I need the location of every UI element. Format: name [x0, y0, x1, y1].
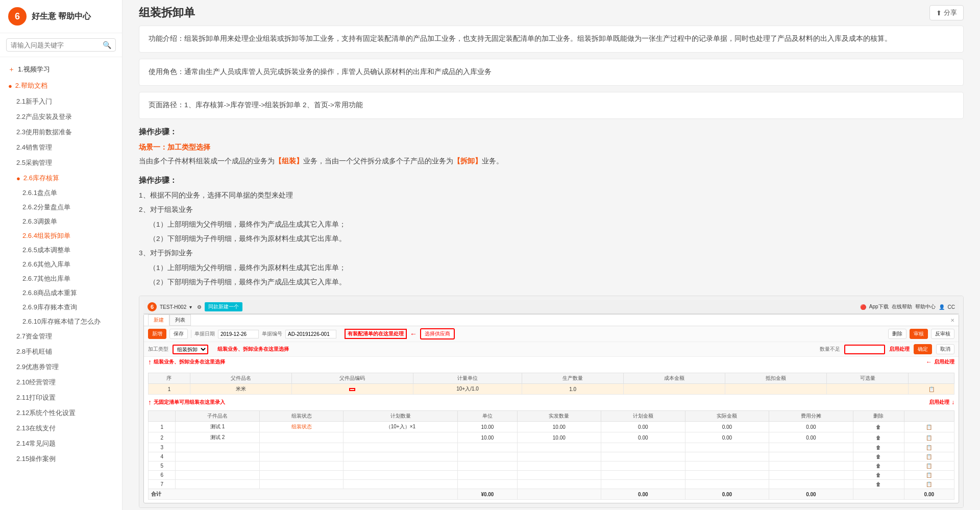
- ss-empty3b: [259, 443, 344, 452]
- ss-cell-avail: [827, 384, 909, 395]
- intro-block-2: 使用角色：通常由生产人员或库管人员完成拆装业务的操作，库管人员确认原材料的出库和…: [139, 59, 964, 86]
- sidebar-item-other-inbound[interactable]: 2.6.6其他入库单: [0, 257, 122, 272]
- ss-doc-date-label: 单据日期: [194, 330, 215, 337]
- ss-empty5h: [769, 462, 853, 471]
- sidebar-sub-label: 2.9优惠券管理: [16, 362, 59, 372]
- ss-tab-new[interactable]: 新建: [148, 314, 169, 326]
- plus-icon: ＋: [8, 65, 15, 74]
- sidebar-item-beginner[interactable]: 2.1新手入门: [0, 94, 122, 109]
- sidebar-item-help-docs[interactable]: ● 2.帮助文档: [0, 78, 122, 94]
- ss-empty4b: [259, 452, 344, 462]
- ss-btn-new[interactable]: 新增: [148, 329, 166, 339]
- ss-doc-no-input[interactable]: [285, 330, 336, 338]
- ss-btn-cancel[interactable]: 取消: [936, 344, 954, 354]
- sidebar-item-finance[interactable]: 2.7资金管理: [0, 329, 122, 344]
- ss-sub-cell-seq3: 3: [149, 443, 176, 452]
- ss-btn-confirm[interactable]: 确定: [914, 344, 932, 354]
- table-row: 7🗑📋: [149, 480, 954, 489]
- scene1-desc: 当由多个子件材料组装成一个成品的业务为【组装】业务，当由一个父件拆分成多个子产品…: [139, 155, 964, 167]
- search-box: 🔍: [6, 38, 116, 52]
- ss-empty6h: [769, 471, 853, 480]
- ss-total-qty: ¥0.00: [458, 489, 517, 500]
- ss-sub-cell-alloc2: 0.00: [769, 432, 853, 443]
- sidebar-item-data-prep[interactable]: 2.3使用前数据准备: [0, 125, 122, 140]
- step1: 1、根据不同的业务，选择不同单据的类型来处理: [139, 189, 964, 202]
- sidebar-item-cost-adjust[interactable]: 2.6.5成本调整单: [0, 243, 122, 257]
- ss-qty-input[interactable]: [844, 345, 885, 354]
- sidebar-item-inventory[interactable]: ● 2.6库存核算: [0, 171, 122, 186]
- nav-section-1: ＋ 1.视频学习: [0, 61, 122, 78]
- sidebar-sub-label: 2.3使用前数据准备: [16, 128, 72, 137]
- ss-cell-seq: 1: [149, 384, 190, 395]
- search-area: 🔍: [0, 33, 122, 57]
- sidebar-item-ledger-query[interactable]: 2.6.9库存账本查询: [0, 300, 122, 314]
- sidebar-item-coupon[interactable]: 2.9优惠券管理: [0, 359, 122, 375]
- ss-sub-cell-actual2: 10.00: [517, 432, 601, 443]
- ss-btn-review[interactable]: 审核: [910, 329, 928, 339]
- ss-btn-delete[interactable]: 删除: [888, 329, 906, 339]
- ss-sub-cell-actual-amt: 0.00: [685, 422, 769, 432]
- ss-new-doc-badge: 同款新建一个: [205, 302, 242, 311]
- sidebar-sub-label: 2.15操作案例: [16, 454, 56, 464]
- ss-empty5b: [259, 462, 344, 471]
- sidebar-item-faq[interactable]: 2.14常见问题: [0, 436, 122, 451]
- ss-bell-icon: 🔴: [860, 304, 866, 310]
- ss-cell-op: 📋: [909, 384, 954, 395]
- sidebar-item-mobile[interactable]: 2.8手机旺铺: [0, 344, 122, 359]
- ss-select-supplier-btn[interactable]: 选择供应商: [420, 328, 455, 339]
- ss-empty7b: [259, 480, 344, 489]
- ss-empty7d: [458, 480, 517, 489]
- ss-annot-type: 有装配清单的在这里处理: [345, 329, 407, 339]
- intro-text-2: 使用角色：通常由生产人员或库管人员完成拆装业务的操作，库管人员确认原材料的出库和…: [149, 68, 492, 76]
- sidebar-item-video-learning[interactable]: ＋ 1.视频学习: [0, 61, 122, 78]
- sidebar-item-assembly[interactable]: 2.6.4组装拆卸单: [0, 229, 122, 243]
- sidebar-sub-label: 2.11打印设置: [16, 393, 56, 402]
- sidebar-item-purchase[interactable]: 2.5采购管理: [0, 155, 122, 171]
- ss-empty4f: [601, 452, 685, 462]
- sidebar-sub-label: 2.14常见问题: [16, 439, 56, 448]
- sidebar-item-install[interactable]: 2.2产品安装及登录: [0, 109, 122, 125]
- ss-helper-text: 在线帮助: [892, 303, 912, 310]
- ss-sub-col-del: 删除: [853, 411, 904, 422]
- ss-type-select[interactable]: 组装拆卸 组装 拆卸: [173, 345, 208, 354]
- ops-heading: 操作步骤：: [139, 127, 964, 137]
- search-icon[interactable]: 🔍: [103, 41, 111, 49]
- ss-sub-cell-name2: 测试 2: [176, 432, 260, 443]
- sidebar-item-operations[interactable]: 2.10经营管理: [0, 375, 122, 390]
- ss-arrow-up2: ↑: [148, 398, 152, 406]
- ss-type-label: 加工类型: [148, 346, 168, 353]
- sidebar-item-partial-check[interactable]: 2.6.2分量盘点单: [0, 200, 122, 214]
- ss-btn-cancel-review[interactable]: 反审核: [931, 329, 954, 339]
- sidebar-item-sales[interactable]: 2.4销售管理: [0, 140, 122, 155]
- sidebar-item-transfer[interactable]: 2.6.3调拨单: [0, 214, 122, 229]
- ss-cell-qty: 1.0: [522, 384, 624, 395]
- ss-col-cost: 成本金额: [624, 373, 725, 384]
- ops-heading2: 操作步骤：: [139, 176, 964, 185]
- ss-user-id: CC: [948, 304, 955, 310]
- sidebar-item-cost-recalc[interactable]: 2.6.8商品成本重算: [0, 286, 122, 300]
- nav-sub-sub-items-26: 2.6.1盘点单 2.6.2分量盘点单 2.6.3调拨单 2.6.4组装拆卸单 …: [0, 186, 122, 329]
- sidebar-item-print[interactable]: 2.11打印设置: [0, 390, 122, 405]
- ss-cell-code: [291, 384, 413, 395]
- sidebar-item-cases[interactable]: 2.15操作案例: [0, 451, 122, 467]
- sidebar-item-other-outbound[interactable]: 2.6.7其他出库单: [0, 272, 122, 286]
- sidebar-sub-label: 2.5采购管理: [16, 158, 52, 167]
- search-input[interactable]: [11, 41, 103, 49]
- share-button[interactable]: ⬆ 分享: [929, 5, 964, 20]
- sidebar-item-inventory-check[interactable]: 2.6.1盘点单: [0, 186, 122, 200]
- step2-2: （2）下部明细为子件明细，最终作为原材料生成其它出库单。: [139, 233, 964, 245]
- ss-sub-cell-plan-amt2: 0.00: [601, 432, 685, 443]
- ss-empty5i: 🗑: [853, 462, 904, 471]
- sidebar-item-ledger-error[interactable]: 2.6.10库存账本错了怎么办: [0, 314, 122, 329]
- ss-annot-bottom-text: 无固定清单可用组装在这里录入: [154, 399, 225, 406]
- ss-sub-col-name: 子件品名: [176, 411, 260, 422]
- ss-close-btn[interactable]: ✕: [950, 318, 954, 323]
- ss-empty5c: [344, 462, 458, 471]
- ss-btn-save[interactable]: 保存: [169, 329, 188, 339]
- ss-annot-row: ↑ 组装业务、拆卸业务在这里选择 ← 启用处理: [144, 357, 959, 367]
- ss-tab-list[interactable]: 列表: [169, 314, 191, 326]
- sidebar-item-customize[interactable]: 2.12系统个性化设置: [0, 405, 122, 421]
- ss-doc-date-input[interactable]: [218, 330, 259, 338]
- sidebar-item-online-pay[interactable]: 2.13在线支付: [0, 421, 122, 436]
- table-row: 1 米米 10+入/1.0 1.0: [149, 384, 954, 395]
